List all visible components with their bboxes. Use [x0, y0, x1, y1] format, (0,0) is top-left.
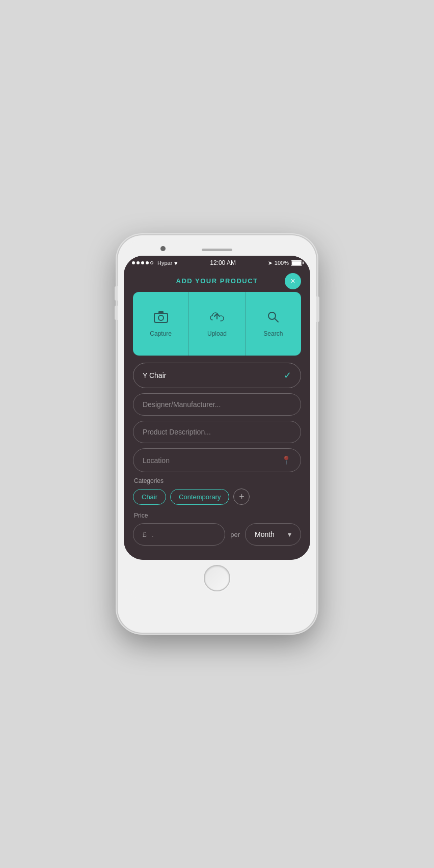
location-field[interactable]: Location 📍 — [133, 448, 301, 472]
upload-option[interactable]: Upload — [189, 292, 245, 356]
check-icon: ✓ — [284, 370, 291, 381]
pin-icon: 📍 — [281, 455, 291, 465]
price-separator: . — [152, 530, 154, 538]
search-label: Search — [263, 330, 283, 337]
front-camera — [160, 246, 166, 251]
power-button — [316, 296, 319, 322]
capture-option[interactable]: Capture — [133, 292, 189, 356]
signal-dot-5 — [150, 261, 153, 264]
upload-label: Upload — [207, 330, 227, 337]
search-option[interactable]: Search — [246, 292, 301, 356]
designer-placeholder: Designer/Manufacturer... — [143, 400, 221, 409]
description-field[interactable]: Product Description... — [133, 421, 301, 443]
status-right: ➤ 100% — [268, 260, 302, 266]
volume-up-button — [115, 286, 118, 301]
svg-rect-0 — [154, 313, 168, 322]
volume-down-button — [115, 306, 118, 320]
location-icon: ➤ — [268, 260, 273, 266]
currency-symbol: £ — [143, 530, 147, 538]
page-header: ADD YOUR PRODUCT × — [133, 270, 301, 292]
time-display: 12:00 AM — [210, 259, 236, 266]
carrier-label: Hypar — [157, 260, 172, 266]
status-bar: Hypar ▾ 12:00 AM ➤ 100% — [124, 256, 310, 270]
close-button[interactable]: × — [285, 273, 301, 289]
categories-label: Categories — [133, 477, 301, 484]
phone-bottom-hardware — [124, 560, 310, 599]
phone-top-hardware — [124, 241, 310, 256]
svg-point-1 — [158, 315, 164, 320]
categories-section: Categories Chair Contemporary + — [133, 477, 301, 505]
camera-icon — [154, 311, 168, 326]
screen-content: ADD YOUR PRODUCT × Capture — [124, 270, 310, 560]
battery-label: 100% — [275, 260, 289, 266]
wifi-icon: ▾ — [174, 259, 178, 267]
location-placeholder: Location — [143, 456, 170, 465]
signal-dot-2 — [137, 261, 140, 264]
search-icon — [267, 311, 279, 326]
svg-rect-2 — [158, 311, 164, 314]
battery-fill — [292, 261, 301, 265]
product-name-value: Y Chair — [143, 371, 166, 379]
home-button[interactable] — [204, 565, 230, 591]
chevron-down-icon: ▾ — [288, 530, 291, 538]
categories-row: Chair Contemporary + — [133, 489, 301, 505]
signal-dot-4 — [146, 261, 149, 264]
image-options-row: Capture Upload — [133, 292, 301, 356]
category-contemporary[interactable]: Contemporary — [170, 489, 229, 505]
designer-field[interactable]: Designer/Manufacturer... — [133, 393, 301, 416]
page-title: ADD YOUR PRODUCT — [176, 277, 258, 285]
signal-dots — [132, 261, 153, 264]
signal-dot-3 — [141, 261, 144, 264]
product-name-field[interactable]: Y Chair ✓ — [133, 363, 301, 388]
phone-frame: Hypar ▾ 12:00 AM ➤ 100% ADD YOUR PRODUCT… — [118, 235, 316, 633]
period-select[interactable]: Month ▾ — [245, 523, 301, 546]
status-left: Hypar ▾ — [132, 259, 178, 267]
battery-icon — [291, 260, 302, 266]
upload-icon — [210, 311, 224, 326]
phone-screen: Hypar ▾ 12:00 AM ➤ 100% ADD YOUR PRODUCT… — [124, 256, 310, 560]
price-input-field[interactable]: £ . — [133, 523, 225, 546]
period-value: Month — [255, 530, 275, 538]
category-chair[interactable]: Chair — [133, 489, 166, 505]
description-placeholder: Product Description... — [143, 428, 211, 436]
price-row: £ . per Month ▾ — [133, 523, 301, 546]
signal-dot-1 — [132, 261, 135, 264]
speaker — [202, 249, 232, 251]
add-category-button[interactable]: + — [233, 489, 250, 505]
per-label: per — [230, 531, 240, 538]
price-label: Price — [133, 512, 301, 519]
capture-label: Capture — [150, 330, 172, 337]
price-section: Price £ . per Month ▾ — [133, 512, 301, 546]
